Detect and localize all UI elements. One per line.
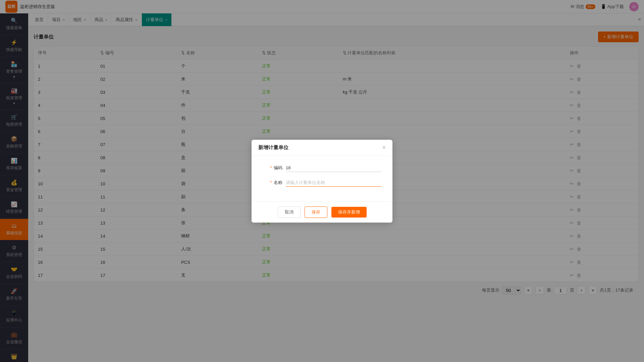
dialog-title: 新增计量单位 — [258, 144, 288, 151]
name-field-row: * 名称 — [262, 179, 382, 187]
dialog-close-button[interactable]: × — [382, 144, 386, 150]
dialog-header: 新增计量单位 × — [252, 140, 392, 156]
save-and-new-button[interactable]: 保存并新增 — [331, 207, 367, 218]
code-field-row: * 编码 — [262, 164, 382, 172]
name-label: * 名称 — [262, 180, 282, 186]
code-input[interactable] — [286, 164, 382, 172]
dialog-footer: 取消 保存 保存并新增 — [252, 201, 392, 223]
dialog-overlay: 新增计量单位 × * 编码 * 名称 取消 保存 保存并新增 — [0, 0, 644, 362]
code-label: * 编码 — [262, 165, 282, 171]
save-button[interactable]: 保存 — [305, 206, 327, 218]
add-unit-dialog: 新增计量单位 × * 编码 * 名称 取消 保存 保存并新增 — [252, 140, 392, 223]
cancel-button[interactable]: 取消 — [278, 206, 301, 218]
name-input[interactable] — [286, 179, 382, 187]
dialog-body: * 编码 * 名称 — [252, 156, 392, 201]
